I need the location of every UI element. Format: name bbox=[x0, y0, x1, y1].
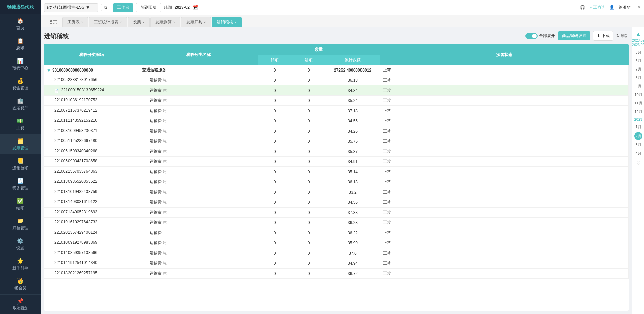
table-row[interactable]: 2210100919278983869 ... 运输费 吨 0 0 35.99 … bbox=[44, 238, 629, 248]
table-row[interactable]: 2210071349052319693 ... 运输费 吨 0 0 37.38 … bbox=[44, 208, 629, 218]
cell-purchase-child: 0 bbox=[292, 248, 326, 258]
month-10[interactable]: 10月 bbox=[632, 91, 644, 99]
table-row[interactable]: 2210191036192170753 ... 运输费 吨 0 0 35.24 … bbox=[44, 96, 629, 106]
sidebar-item-home[interactable]: 🏠 首页 bbox=[0, 14, 41, 34]
sidebar-item-assets[interactable]: 🏢 固定资产 bbox=[0, 94, 41, 114]
sidebar-item-unpin[interactable]: 📌 取消固定 bbox=[0, 295, 41, 314]
table-row[interactable]: 2210051125282667480 ... 运输费 吨 0 0 35.75 … bbox=[44, 136, 629, 146]
table-row[interactable]: 📄 2210091503139659224 ... 运输费 吨 0 0 34.8… bbox=[44, 85, 629, 96]
copy-button[interactable]: ⧉ bbox=[101, 4, 110, 11]
cell-code-child: 2210111143592152210 ... bbox=[44, 116, 139, 126]
cell-code-child: 2210191610297643732 ... bbox=[44, 218, 139, 228]
tab-invoice-close[interactable]: × bbox=[142, 20, 144, 24]
home-icon: 🏠 bbox=[17, 18, 24, 24]
month-8[interactable]: 8月 bbox=[632, 74, 644, 82]
setting-button[interactable]: 商品编码设置 bbox=[558, 31, 590, 40]
refresh-icon: ↻ bbox=[616, 33, 620, 38]
toggle-switch[interactable] bbox=[525, 33, 538, 39]
table-row[interactable]: 2210141912541014340 ... 运输费 吨 0 0 34.94 … bbox=[44, 258, 629, 269]
archive-icon: 📁 bbox=[17, 218, 24, 224]
toggle-expand[interactable]: 全部展开 bbox=[525, 33, 555, 39]
workspace-button[interactable]: 工作台 bbox=[113, 3, 133, 12]
sidebar-item-guide[interactable]: 🌟 新手引导 bbox=[0, 254, 41, 274]
month-11[interactable]: 11月 bbox=[632, 99, 644, 107]
month-5[interactable]: 5月 bbox=[632, 48, 644, 57]
sidebar-item-finance[interactable]: 💰 资金管理 bbox=[0, 74, 41, 94]
table-row[interactable]: 2210131403081619122 ... 运输费 吨 0 0 34.56 … bbox=[44, 197, 629, 208]
settings-icon: ⚙️ bbox=[17, 238, 24, 244]
table-row[interactable]: 2210182021269257195 ... 运输费 吨 0 0 36.72 … bbox=[44, 269, 629, 279]
tab-salary-label: 工资表 bbox=[67, 19, 80, 25]
table-row[interactable]: 2210131019432403759 ... 运输费 吨 0 0 33.2 正… bbox=[44, 187, 629, 197]
ledger-icon: 📋 bbox=[17, 38, 24, 44]
table-row[interactable]: 2210072157376219412 ... 运输费 吨 0 0 37.18 … bbox=[44, 106, 629, 116]
cell-code-child: 2210140859357103566 ... bbox=[44, 248, 139, 258]
table-row[interactable]: 2210111143592152210 ... 运输费 吨 0 0 34.55 … bbox=[44, 116, 629, 126]
switch-button[interactable]: 切到旧版 bbox=[136, 3, 161, 12]
sidebar-item-tax[interactable]: 🧾 税务管理 bbox=[0, 174, 41, 194]
expand-icon[interactable]: ▲ bbox=[636, 31, 641, 37]
table-row[interactable]: 2210050903431708658 ... 运输费 吨 0 0 34.91 … bbox=[44, 157, 629, 167]
table-row[interactable]: 2210081009453230371 ... 运输费 吨 0 0 34.26 … bbox=[44, 126, 629, 136]
cell-purchase-child: 0 bbox=[292, 238, 326, 248]
table-row[interactable]: 2210140859357103566 ... 运输费 吨 0 0 37.6 正… bbox=[44, 248, 629, 258]
cell-code-child: 2210201357429400124 ... bbox=[44, 228, 139, 238]
table-row[interactable]: 2210130936520853522 ... 运输费 吨 0 0 36.13 … bbox=[44, 177, 629, 187]
table-row[interactable]: ▼301000000000000000 交通运输服务 0 0 27262.400… bbox=[44, 65, 629, 75]
sidebar-item-ledgerbook[interactable]: 📒 进销台账 bbox=[0, 154, 41, 174]
cell-code-child: 2210182021269257195 ... bbox=[44, 269, 139, 279]
tab-invoice-calc-close[interactable]: × bbox=[173, 20, 175, 24]
sidebar-item-salary[interactable]: 💵 工资 bbox=[0, 114, 41, 134]
tab-home[interactable]: 首页 bbox=[44, 17, 62, 27]
month-1[interactable]: 1月 bbox=[632, 123, 644, 131]
month-9[interactable]: 9月 bbox=[632, 82, 644, 91]
month-6[interactable]: 6月 bbox=[632, 57, 644, 65]
table-row[interactable]: 2210021557035764363 ... 运输费 吨 0 0 35.14 … bbox=[44, 167, 629, 177]
cell-status-child: 正常 bbox=[380, 248, 629, 258]
sidebar-item-reports[interactable]: 📊 报表中心 bbox=[0, 54, 41, 74]
tab-invoice[interactable]: 发票 × bbox=[128, 17, 150, 27]
support-label[interactable]: 人工咨询 bbox=[589, 5, 605, 11]
table-row[interactable]: 2210061508340340268 ... 运输费 吨 0 0 35.37 … bbox=[44, 146, 629, 157]
tab-invoice-open-close[interactable]: × bbox=[204, 20, 206, 24]
sidebar-item-vip[interactable]: 👑 畅会员 bbox=[0, 274, 41, 294]
sidebar-item-settings[interactable]: ⚙️ 设置 bbox=[0, 234, 41, 254]
month-4[interactable]: 4月 bbox=[632, 149, 644, 158]
refresh-button[interactable]: ↻ 刷新 bbox=[616, 33, 629, 39]
cell-status-child: 正常 bbox=[380, 116, 629, 126]
month-2-current[interactable]: 2月 bbox=[634, 132, 642, 140]
cell-sales-child: 0 bbox=[258, 167, 292, 177]
cell-sales-child: 0 bbox=[258, 126, 292, 136]
table-row[interactable]: 2210191610297643732 ... 运输费 吨 0 0 36.23 … bbox=[44, 218, 629, 228]
cell-sales-child: 0 bbox=[258, 146, 292, 157]
tab-salary-close[interactable]: × bbox=[81, 20, 83, 24]
cell-sales: 0 bbox=[258, 65, 292, 75]
sidebar-item-ledger[interactable]: 📋 总账 bbox=[0, 34, 41, 54]
month-7[interactable]: 7月 bbox=[632, 65, 644, 74]
download-button[interactable]: ⬇ 下载 bbox=[593, 31, 613, 41]
sidebar-label-archive: 归档管理 bbox=[12, 225, 28, 231]
company-selector[interactable]: (勿动) 江西报宝-LSS ▼ bbox=[44, 3, 98, 12]
tab-invoice-open[interactable]: 发票开具 × bbox=[181, 17, 211, 27]
tab-salary-report[interactable]: 工资统计报表 × bbox=[89, 17, 127, 27]
tab-salary[interactable]: 工资表 × bbox=[62, 17, 88, 27]
close-icon[interactable]: × bbox=[638, 4, 641, 11]
cell-status-child: 正常 bbox=[380, 269, 629, 279]
month-12[interactable]: 12月 bbox=[632, 107, 644, 116]
cell-sales-child: 0 bbox=[258, 248, 292, 258]
sidebar-item-invoice[interactable]: 🗂️ 发票管理 bbox=[0, 134, 41, 154]
calendar-icon[interactable]: 📅 bbox=[192, 5, 198, 10]
cell-cumulative-child: 34.91 bbox=[326, 157, 380, 167]
table-row[interactable]: 2210052338178017656 ... 运输费 吨 0 0 36.13 … bbox=[44, 75, 629, 85]
sidebar-item-settle[interactable]: ✅ 结账 bbox=[0, 194, 41, 214]
tab-salary-report-close[interactable]: × bbox=[120, 20, 122, 24]
sidebar-item-archive[interactable]: 📁 归档管理 bbox=[0, 214, 41, 234]
sidebar: 畅捷通易代账 🏠 首页 📋 总账 📊 报表中心 💰 资金管理 🏢 固定资产 💵 … bbox=[0, 0, 41, 314]
cell-cumulative-child: 35.24 bbox=[326, 96, 380, 106]
table-row[interactable]: 2210201357429400124 ... 运输费 0 0 36.22 正常 bbox=[44, 228, 629, 238]
cell-cumulative-child: 35.75 bbox=[326, 136, 380, 146]
month-3[interactable]: 3月 bbox=[632, 141, 644, 149]
tab-invoice-calc[interactable]: 发票测算 × bbox=[150, 17, 180, 27]
tab-reconcile-close[interactable]: × bbox=[234, 20, 236, 24]
tab-reconcile[interactable]: 进销稽核 × bbox=[212, 17, 241, 27]
